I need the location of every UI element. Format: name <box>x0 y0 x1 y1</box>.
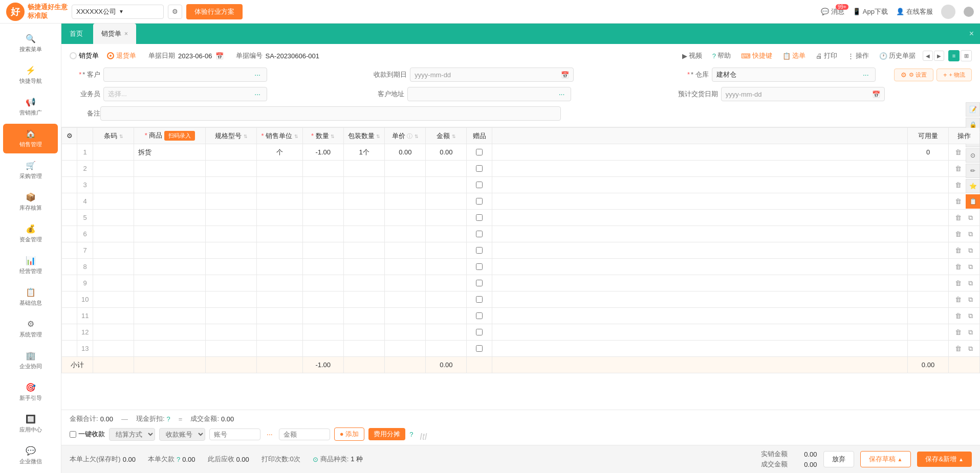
row-unit-price-9[interactable] <box>385 291 426 308</box>
delete-icon-10[interactable]: 🗑 <box>953 311 963 321</box>
row-pkg-qty-1[interactable] <box>343 161 385 177</box>
row-pkg-qty-2[interactable] <box>343 177 385 193</box>
row-barcode-9[interactable] <box>93 291 134 308</box>
draft-button[interactable]: 保存草稿 ▲ <box>860 451 911 467</box>
customer-addr-input[interactable]: ··· <box>407 87 571 101</box>
product-type-help-icon[interactable]: ⊙ <box>313 456 318 463</box>
sidebar-item-app-center[interactable]: 🔲 应用中心 <box>3 409 58 439</box>
row-product-5[interactable] <box>134 226 206 242</box>
save-new-button[interactable]: 保存&新增 ▲ <box>917 452 972 467</box>
row-barcode-12[interactable] <box>93 341 134 357</box>
row-qty-9[interactable] <box>302 291 343 308</box>
row-amount-6[interactable] <box>426 242 467 259</box>
copy-icon-8[interactable]: ⧉ <box>965 278 975 288</box>
row-unit-price-10[interactable] <box>385 308 426 324</box>
row-spec-1[interactable] <box>206 161 257 177</box>
row-gift-11[interactable] <box>467 324 492 341</box>
row-qty-8[interactable] <box>302 275 343 291</box>
row-amount-4[interactable] <box>426 210 467 226</box>
delete-icon-4[interactable]: 🗑 <box>953 213 963 223</box>
salesperson-ellipsis[interactable]: ··· <box>252 90 263 98</box>
row-product-0[interactable]: 拆货 <box>134 144 206 161</box>
row-spec-6[interactable] <box>206 242 257 259</box>
row-unit-3[interactable] <box>257 193 302 210</box>
price-info-icon[interactable]: ⓘ <box>407 133 412 139</box>
sidebar-item-operations[interactable]: 📊 经营管理 <box>3 251 58 280</box>
delete-icon-3[interactable]: 🗑 <box>953 196 963 207</box>
row-unit-12[interactable] <box>257 341 302 357</box>
row-pkg-qty-4[interactable] <box>343 210 385 226</box>
delete-icon-1[interactable]: 🗑 <box>953 164 963 174</box>
fee-help-icon[interactable]: ? <box>409 431 413 438</box>
salesperson-input[interactable]: 选择... ··· <box>103 87 267 101</box>
row-qty-5[interactable] <box>302 226 343 242</box>
sidebar-item-basic[interactable]: 📋 基础信息 <box>3 282 58 312</box>
row-unit-price-7[interactable] <box>385 259 426 275</box>
notification-item[interactable]: 💬 消息 99+ <box>821 7 844 16</box>
row-amount-1[interactable] <box>426 161 467 177</box>
row-unit-5[interactable] <box>257 226 302 242</box>
row-amount-5[interactable] <box>426 226 467 242</box>
copy-icon-4[interactable]: ⧉ <box>965 213 975 223</box>
delete-icon-2[interactable]: 🗑 <box>953 180 963 190</box>
sidebar-item-finance[interactable]: 💰 资金管理 <box>3 219 58 249</box>
row-gift-1[interactable] <box>467 161 492 177</box>
copy-icon-11[interactable]: ⧉ <box>965 327 975 337</box>
payment-due-calendar[interactable]: 📅 <box>561 71 569 79</box>
row-qty-1[interactable] <box>302 161 343 177</box>
warehouse-input[interactable]: 建材仓 ··· <box>712 67 876 82</box>
logistics-button[interactable]: + + 物流 <box>937 69 972 81</box>
sidebar-item-purchase[interactable]: 🛒 采购管理 <box>3 155 58 185</box>
toolbar-help[interactable]: ? 帮助 <box>709 50 734 61</box>
row-product-6[interactable] <box>134 242 206 259</box>
row-barcode-11[interactable] <box>93 324 134 341</box>
sidebar-item-marketing[interactable]: 📢 营销推广 <box>3 92 58 122</box>
delete-icon-0[interactable]: 🗑 <box>953 147 963 157</box>
row-barcode-6[interactable] <box>93 242 134 259</box>
row-barcode-3[interactable] <box>93 193 134 210</box>
expected-date-input[interactable]: yyyy-mm-dd 📅 <box>721 87 885 101</box>
row-qty-6[interactable] <box>302 242 343 259</box>
delete-icon-12[interactable]: 🗑 <box>953 344 963 354</box>
row-amount-12[interactable] <box>426 341 467 357</box>
copy-icon-10[interactable]: ⧉ <box>965 311 975 321</box>
scan-button[interactable]: 扫码录入 <box>164 131 195 141</box>
customer-input[interactable]: ··· <box>103 67 267 82</box>
settings-icon[interactable]: ⚙ <box>168 5 182 19</box>
settlement-select[interactable]: 结算方式 <box>109 428 155 441</box>
row-qty-11[interactable] <box>302 324 343 341</box>
copy-icon-12[interactable]: ⧉ <box>965 344 975 354</box>
toolbar-print[interactable]: 🖨 打印 <box>813 50 840 61</box>
row-barcode-8[interactable] <box>93 275 134 291</box>
row-unit-price-2[interactable] <box>385 177 426 193</box>
row-pkg-qty-9[interactable] <box>343 291 385 308</box>
row-gift-2[interactable] <box>467 177 492 193</box>
row-unit-9[interactable] <box>257 291 302 308</box>
user-avatar[interactable] <box>941 5 955 19</box>
row-gift-7[interactable] <box>467 259 492 275</box>
row-spec-0[interactable] <box>206 144 257 161</box>
row-unit-1[interactable] <box>257 161 302 177</box>
delete-icon-8[interactable]: 🗑 <box>953 278 963 288</box>
row-pkg-qty-10[interactable] <box>343 308 385 324</box>
row-product-1[interactable] <box>134 161 206 177</box>
sidebar-item-sales[interactable]: 🏠 销售管理 <box>3 124 58 153</box>
expected-date-calendar[interactable]: 📅 <box>872 91 880 98</box>
row-product-7[interactable] <box>134 259 206 275</box>
sidebar-item-inventory[interactable]: 📦 库存核算 <box>3 187 58 217</box>
payment-due-input[interactable]: yyyy-mm-dd 📅 <box>410 67 574 82</box>
row-amount-2[interactable] <box>426 177 467 193</box>
row-unit-price-12[interactable] <box>385 341 426 357</box>
row-product-10[interactable] <box>134 308 206 324</box>
row-qty-7[interactable] <box>302 259 343 275</box>
row-unit-11[interactable] <box>257 324 302 341</box>
row-gift-8[interactable] <box>467 275 492 291</box>
row-gift-9[interactable] <box>467 291 492 308</box>
app-download-item[interactable]: 📱 App下载 <box>853 7 888 16</box>
row-unit-7[interactable] <box>257 259 302 275</box>
one-click-payment[interactable]: 一键收款 <box>70 430 105 439</box>
toolbar-video[interactable]: ▶ 视频 <box>679 50 705 61</box>
row-unit-4[interactable] <box>257 210 302 226</box>
row-unit-price-5[interactable] <box>385 226 426 242</box>
payment-ellipsis[interactable]: ··· <box>265 430 275 438</box>
